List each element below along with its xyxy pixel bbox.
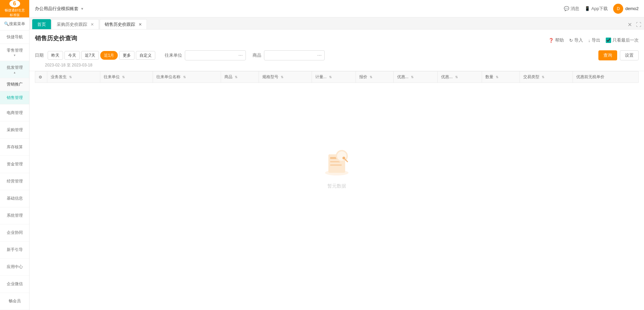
goods-dots-icon[interactable]: ··· (317, 52, 322, 58)
sidebar-item-search[interactable]: 🔍 搜索菜单 (0, 17, 30, 31)
sort-partner-code-icon[interactable]: ⇅ (122, 75, 125, 79)
sidebar-item-guide[interactable]: 新手引导 (0, 242, 30, 259)
sort-quote-icon[interactable]: ⇅ (370, 75, 372, 79)
tab-sales-close-icon[interactable]: ✕ (139, 22, 142, 27)
column-settings-icon[interactable]: ⚙ (39, 75, 42, 80)
sort-discount2-icon[interactable]: ⇅ (455, 75, 458, 79)
tab-purchase-history[interactable]: 采购历史价跟踪 ✕ (52, 19, 99, 29)
sidebar-item-inventory[interactable]: 库存核算 (0, 139, 30, 156)
ecommerce-label: 电商管理 (7, 110, 23, 116)
col-goods-label: 商品 (224, 74, 232, 79)
sort-discount1-icon[interactable]: ⇅ (411, 75, 414, 79)
settings-button[interactable]: 设置 (620, 50, 639, 60)
only-last-checkbox[interactable] (606, 38, 611, 43)
col-goods[interactable]: 商品 ⇅ (221, 71, 259, 83)
sidebar-item-operations[interactable]: 经营管理 (0, 173, 30, 190)
partner-input[interactable] (188, 53, 238, 58)
col-biz-date[interactable]: 业务发生 ⇅ (47, 71, 100, 83)
col-settings[interactable]: ⚙ (35, 71, 47, 83)
date-filter-label: 日期 (35, 52, 44, 58)
help-btn[interactable]: ❓ 帮助 (548, 37, 564, 43)
partner-filter-label: 往来单位 (165, 52, 182, 58)
sort-partner-name-icon[interactable]: ⇅ (183, 75, 186, 79)
sidebar-item-quicknav[interactable]: 快捷导航 (0, 31, 30, 44)
topbar-dropdown-icon[interactable]: ▾ (81, 6, 83, 11)
system-label: 系统管理 (7, 213, 23, 218)
date-btn-more[interactable]: 更多 (119, 51, 135, 60)
main-area: 办公用品行业模拟账套 ▾ 💬 消息 📱 App下载 D demo2 首页 (30, 0, 644, 310)
sidebar-item-wholesale[interactable]: 批发管理 ▴ (0, 61, 30, 78)
col-pretax-price[interactable]: 优惠前无税单价 (573, 71, 638, 83)
sales-history-table: ⚙ 业务发生 ⇅ 往来单位 ⇅ 往来单位名称 ⇅ (35, 71, 639, 83)
close-window-icon[interactable]: ✕ (628, 21, 632, 28)
partner-dots-icon[interactable]: ··· (238, 52, 243, 58)
sidebar-item-enterprise[interactable]: 企业协同 (0, 224, 30, 242)
app-logo[interactable]: 6 畅捷通好生意 标准版 (0, 0, 30, 17)
vip-label: 畅会员 (9, 298, 21, 304)
sidebar-sub-item-marketing[interactable]: 营销推广 (0, 78, 30, 91)
chevron-down-icon: ▾ (14, 53, 15, 57)
tab-purchase-close-icon[interactable]: ✕ (91, 22, 94, 27)
sidebar-item-appcenter[interactable]: 应用中心 (0, 259, 30, 276)
date-range-display: 2023-02-18 至 2023-03-18 (45, 63, 92, 67)
empty-state: 暂元数据 (35, 83, 639, 251)
col-quantity-label: 数量 (485, 74, 493, 79)
empty-illustration (320, 144, 354, 178)
sidebar-item-basic[interactable]: 基础信息 (0, 190, 30, 207)
only-last-toggle[interactable]: 只看最后一次 (606, 37, 639, 43)
col-discount2[interactable]: 优惠... ⇅ (438, 71, 482, 83)
sort-quantity-icon[interactable]: ⇅ (496, 75, 498, 79)
export-icon: ↓ (588, 38, 591, 43)
topbar-appdownload-btn[interactable]: 📱 App下载 (585, 6, 608, 12)
topbar-msg-label: 消息 (571, 6, 579, 12)
sidebar-item-corpwechat[interactable]: 企业微信 (0, 276, 30, 293)
goods-input[interactable] (267, 53, 317, 58)
sidebar-item-system[interactable]: 系统管理 (0, 207, 30, 224)
empty-text: 暂元数据 (327, 183, 346, 189)
date-btn-today[interactable]: 今天 (64, 51, 80, 60)
date-btn-custom[interactable]: 自定义 (136, 51, 155, 60)
col-trade-type[interactable]: 交易类型 ⇅ (520, 71, 573, 83)
topbar-message-btn[interactable]: 💬 消息 (564, 6, 579, 12)
topbar-right: 💬 消息 📱 App下载 D demo2 (564, 4, 639, 14)
col-trade-type-label: 交易类型 (523, 74, 539, 79)
maximize-window-icon[interactable]: ⛶ (636, 22, 641, 28)
sidebar-search-label: 搜索菜单 (9, 21, 25, 27)
date-btn-1month[interactable]: 近1月 (100, 51, 118, 60)
search-icon: 🔍 (4, 21, 9, 26)
col-quantity[interactable]: 数量 ⇅ (482, 71, 520, 83)
query-button[interactable]: 查询 (598, 50, 617, 60)
chevron-up-icon: ▴ (14, 70, 15, 74)
col-partner-name[interactable]: 往来单位名称 ⇅ (153, 71, 221, 83)
tab-purchase-history-label: 采购历史价跟踪 (57, 21, 87, 28)
col-quote[interactable]: 报价 ⇅ (356, 71, 394, 83)
sort-biz-date-icon[interactable]: ⇅ (69, 75, 72, 79)
date-btn-7days[interactable]: 近7天 (81, 51, 99, 60)
sidebar-item-vip[interactable]: 畅会员 (0, 293, 30, 310)
sidebar-item-retail[interactable]: 零售管理 ▾ (0, 44, 30, 61)
topbar-user[interactable]: D demo2 (613, 4, 639, 14)
sort-goods-icon[interactable]: ⇅ (235, 75, 237, 79)
date-btn-yesterday[interactable]: 昨天 (48, 51, 63, 60)
col-discount1[interactable]: 优惠... ⇅ (393, 71, 438, 83)
basic-label: 基础信息 (7, 196, 23, 201)
import-btn[interactable]: ↻ 导入 (569, 37, 583, 43)
topbar-username: demo2 (625, 6, 639, 11)
col-discount1-label: 优惠... (397, 74, 409, 79)
col-discount2-label: 优惠... (441, 74, 452, 79)
col-partner-code[interactable]: 往来单位 ⇅ (100, 71, 153, 83)
tab-sales-history[interactable]: 销售历史价跟踪 ✕ (100, 19, 147, 29)
sort-unit-icon[interactable]: ⇅ (329, 75, 332, 79)
sidebar-sub-item-sales[interactable]: 销售管理 (0, 91, 30, 104)
tab-home[interactable]: 首页 (32, 19, 51, 29)
sidebar-item-ecommerce[interactable]: 电商管理 (0, 104, 30, 121)
col-spec[interactable]: 规格型号 ⇅ (259, 71, 312, 83)
page-title: 销售历史价查询 (35, 34, 77, 42)
sidebar-item-finance[interactable]: 资金管理 (0, 156, 30, 173)
sort-trade-type-icon[interactable]: ⇅ (542, 75, 544, 79)
col-unit[interactable]: 计量... ⇅ (312, 71, 356, 83)
inventory-label: 库存核算 (7, 144, 23, 150)
export-btn[interactable]: ↓ 导出 (588, 37, 601, 43)
sort-spec-icon[interactable]: ⇅ (281, 75, 283, 79)
sidebar-item-purchase[interactable]: 采购管理 (0, 121, 30, 139)
